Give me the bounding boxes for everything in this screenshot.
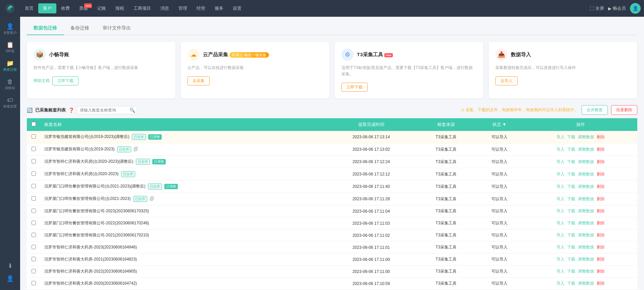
refresh-icon[interactable]: 🔄 [27, 107, 33, 113]
col-header-status[interactable]: 状态 ▼ [475, 118, 524, 131]
tab-审计文件导出[interactable]: 审计文件导出 [96, 22, 138, 35]
row-action-调整数据[interactable]: 调整数据 [578, 244, 594, 250]
row-action-导入[interactable]: 导入 [556, 134, 565, 140]
card-btn-t3[interactable]: 立即下载 [341, 83, 368, 92]
row-action-导入[interactable]: 导入 [556, 232, 565, 238]
nav-item-票据[interactable]: 票据new [74, 3, 93, 13]
row-action-下载[interactable]: 下载 [567, 257, 575, 262]
tab-备份迁移[interactable]: 备份迁移 [64, 22, 96, 35]
row-checkbox-input[interactable] [32, 134, 36, 139]
app-logo[interactable] [3, 2, 17, 15]
sidebar-bottom-1[interactable]: 👤 [0, 272, 20, 285]
nav-item-工商项目[interactable]: 工商项目 [129, 3, 156, 13]
merge-button[interactable]: 合并账套 [582, 105, 608, 115]
nav-item-记账[interactable]: 记账 [93, 3, 111, 13]
row-action-调整数据[interactable]: 调整数据 [578, 257, 594, 262]
row-action-调整数据[interactable]: 调整数据 [578, 208, 594, 214]
card-btn-cloud[interactable]: 去采集 [187, 76, 210, 85]
nav-item-客户[interactable]: 客户 [38, 3, 56, 13]
row-action-导入[interactable]: 导入 [556, 196, 565, 202]
nav-item-收费[interactable]: 收费 [56, 3, 74, 13]
user-avatar[interactable]: 👤 [630, 3, 641, 14]
row-action-调整数据[interactable]: 调整数据 [578, 147, 594, 152]
row-checkbox-input[interactable] [32, 147, 36, 151]
row-action-调整数据[interactable]: 调整数据 [578, 281, 594, 286]
row-action-删除[interactable]: 删除 [597, 257, 605, 262]
nav-item-经营[interactable]: 经营 [192, 3, 210, 13]
row-checkbox-input[interactable] [32, 245, 36, 249]
row-action-导入[interactable]: 导入 [556, 159, 565, 165]
help-icon[interactable]: ❓ [68, 107, 74, 113]
row-action-导入[interactable]: 导入 [556, 244, 565, 250]
nav-item-服务[interactable]: 服务 [210, 3, 228, 13]
row-action-下载[interactable]: 下载 [567, 134, 575, 140]
row-action-删除[interactable]: 删除 [597, 232, 605, 238]
row-checkbox-input[interactable] [32, 281, 36, 285]
row-action-下载[interactable]: 下载 [567, 232, 575, 238]
row-action-删除[interactable]: 删除 [597, 171, 605, 177]
sidebar-item-3[interactable]: 🗑回收站 [0, 75, 20, 94]
tab-数据包迁移[interactable]: 数据包迁移 [27, 22, 64, 35]
row-checkbox-input[interactable] [32, 257, 36, 261]
row-action-删除[interactable]: 删除 [597, 134, 605, 140]
nav-item-设置[interactable]: 设置 [228, 3, 246, 13]
row-action-导入[interactable]: 导入 [556, 184, 565, 190]
row-action-下载[interactable]: 下载 [567, 281, 575, 286]
row-checkbox-input[interactable] [32, 184, 36, 188]
nav-item-报税[interactable]: 报税 [111, 3, 129, 13]
row-action-导入[interactable]: 导入 [556, 269, 565, 274]
row-action-导入[interactable]: 导入 [556, 208, 565, 214]
row-action-删除[interactable]: 删除 [597, 147, 605, 152]
row-action-调整数据[interactable]: 调整数据 [578, 232, 594, 238]
row-action-下载[interactable]: 下载 [567, 159, 575, 165]
row-action-导入[interactable]: 导入 [556, 281, 565, 286]
nav-item-消息[interactable]: 消息 [156, 3, 174, 13]
row-action-删除[interactable]: 删除 [597, 196, 605, 202]
row-checkbox-input[interactable] [32, 269, 36, 273]
row-action-导入[interactable]: 导入 [556, 147, 565, 152]
row-action-调整数据[interactable]: 调整数据 [578, 184, 594, 190]
row-action-删除[interactable]: 删除 [597, 281, 605, 286]
row-action-导入[interactable]: 导入 [556, 220, 565, 226]
row-action-调整数据[interactable]: 调整数据 [578, 220, 594, 226]
card-btn-xiaochang[interactable]: 立即下载 [52, 76, 78, 85]
fullscreen-button[interactable]: ⛶ 全屏 [590, 5, 604, 11]
row-action-下载[interactable]: 下载 [567, 171, 575, 177]
row-action-下载[interactable]: 下载 [567, 269, 575, 274]
row-action-删除[interactable]: 删除 [597, 159, 605, 165]
sidebar-item-4[interactable]: 🏷标签设置 [0, 94, 20, 112]
row-action-下载[interactable]: 下载 [567, 196, 575, 202]
row-action-删除[interactable]: 删除 [597, 244, 605, 250]
row-checkbox-input[interactable] [32, 159, 36, 163]
row-action-下载[interactable]: 下载 [567, 147, 575, 152]
row-action-导入[interactable]: 导入 [556, 257, 565, 262]
row-action-下载[interactable]: 下载 [567, 184, 575, 190]
row-action-调整数据[interactable]: 调整数据 [578, 134, 594, 140]
card-btn-dataimport[interactable]: 去导入 [495, 76, 518, 85]
row-action-调整数据[interactable]: 调整数据 [578, 171, 594, 177]
sidebar-item-2[interactable]: 📁账套迁移 [0, 57, 20, 75]
row-action-删除[interactable]: 删除 [597, 184, 605, 190]
sidebar-item-1[interactable]: 📋0申报 [0, 39, 20, 57]
search-button[interactable]: 🔍 [129, 107, 135, 113]
row-checkbox-input[interactable] [32, 171, 36, 176]
row-checkbox-input[interactable] [32, 196, 36, 201]
row-action-删除[interactable]: 删除 [597, 220, 605, 226]
nav-item-管理[interactable]: 管理 [174, 3, 192, 13]
row-action-调整数据[interactable]: 调整数据 [578, 159, 594, 165]
row-checkbox-input[interactable] [32, 233, 36, 237]
row-action-下载[interactable]: 下载 [567, 220, 575, 226]
card-link-xiaochang[interactable]: 帮助文档 [34, 78, 50, 84]
sidebar-bottom-0[interactable]: ⬇ [0, 260, 20, 272]
row-action-下载[interactable]: 下载 [567, 244, 575, 250]
row-action-删除[interactable]: 删除 [597, 269, 605, 274]
select-all-checkbox[interactable] [32, 122, 36, 126]
row-action-删除[interactable]: 删除 [597, 208, 605, 214]
sidebar-item-0[interactable]: 👤全部客户 [0, 20, 20, 39]
search-input[interactable] [77, 106, 137, 114]
row-checkbox-input[interactable] [32, 221, 36, 225]
vip-button[interactable]: ▶ 畅会员 [608, 5, 626, 11]
row-action-调整数据[interactable]: 调整数据 [578, 196, 594, 202]
row-action-调整数据[interactable]: 调整数据 [578, 269, 594, 274]
row-action-导入[interactable]: 导入 [556, 171, 565, 177]
